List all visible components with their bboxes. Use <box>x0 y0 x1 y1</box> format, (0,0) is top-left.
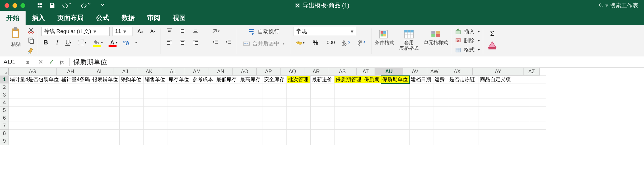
row-header[interactable]: 6 <box>0 114 9 122</box>
percent-button[interactable]: % <box>309 38 322 47</box>
cell[interactable] <box>120 91 144 99</box>
cell[interactable] <box>60 99 91 107</box>
cell[interactable] <box>363 130 381 137</box>
cell[interactable] <box>530 130 546 137</box>
delete-cells-button[interactable]: 删除▾ <box>455 37 480 44</box>
cell[interactable] <box>410 114 433 122</box>
cell[interactable] <box>448 137 479 145</box>
cell[interactable]: 最高库存 <box>239 76 263 83</box>
qat-customize-icon[interactable] <box>100 2 107 9</box>
cell[interactable] <box>363 114 381 122</box>
cell[interactable] <box>9 99 60 107</box>
decrease-font-button[interactable]: A▾ <box>148 27 157 36</box>
cell[interactable] <box>91 114 120 122</box>
cell[interactable] <box>410 107 433 114</box>
comma-style-button[interactable]: 000 <box>324 38 337 47</box>
cell[interactable] <box>215 107 239 114</box>
align-right-button[interactable] <box>190 38 201 46</box>
cell[interactable] <box>60 137 91 145</box>
cell[interactable] <box>263 99 287 107</box>
row-header[interactable]: 2 <box>0 83 9 91</box>
cell[interactable] <box>448 130 479 137</box>
cell[interactable] <box>287 99 311 107</box>
cell[interactable] <box>91 130 120 137</box>
cell[interactable] <box>144 99 167 107</box>
cell[interactable] <box>311 83 335 91</box>
cell[interactable] <box>410 83 433 91</box>
column-header[interactable]: AH <box>57 68 85 75</box>
cell[interactable] <box>530 91 546 99</box>
maximize-window-button[interactable] <box>20 3 25 8</box>
cell[interactable] <box>433 107 448 114</box>
increase-indent-button[interactable] <box>223 38 234 46</box>
cell[interactable] <box>9 114 60 122</box>
cell[interactable]: 销售单位 <box>144 76 167 83</box>
cell[interactable] <box>479 137 530 145</box>
cell[interactable] <box>448 91 479 99</box>
autosum-button[interactable]: Σ <box>487 29 498 38</box>
cell[interactable] <box>381 114 410 122</box>
cell[interactable] <box>363 107 381 114</box>
cell[interactable] <box>9 107 60 114</box>
undo-button[interactable] <box>62 2 75 9</box>
cell[interactable] <box>215 91 239 99</box>
cell-styles-button[interactable]: 单元格样式 <box>424 28 448 46</box>
cell[interactable] <box>263 130 287 137</box>
cell[interactable] <box>263 83 287 91</box>
cell[interactable]: 安全库存 <box>263 76 287 83</box>
fx-icon[interactable]: fx <box>60 58 64 66</box>
cell[interactable] <box>479 130 530 137</box>
cell[interactable] <box>239 137 263 145</box>
save-icon[interactable] <box>49 2 55 9</box>
cell[interactable] <box>287 130 311 137</box>
cell[interactable] <box>381 122 410 130</box>
cell[interactable] <box>381 137 410 145</box>
cell[interactable] <box>363 91 381 99</box>
decrease-indent-button[interactable] <box>210 38 221 46</box>
cell[interactable] <box>167 99 191 107</box>
cell[interactable] <box>433 99 448 107</box>
cell[interactable] <box>363 83 381 91</box>
cell[interactable] <box>9 137 60 145</box>
cell[interactable]: 最低库存 <box>215 76 239 83</box>
wrap-text-button[interactable]: 自动换行 <box>240 27 287 36</box>
row-header[interactable]: 8 <box>0 130 9 137</box>
column-header[interactable]: AX <box>442 68 473 75</box>
column-header[interactable]: AR <box>304 68 328 75</box>
bold-button[interactable]: B <box>41 38 50 47</box>
cell[interactable] <box>479 114 530 122</box>
column-header[interactable]: AW <box>427 68 442 75</box>
column-header[interactable]: AT <box>357 68 375 75</box>
tab-page-layout[interactable]: 页面布局 <box>51 11 90 25</box>
clear-button[interactable] <box>487 41 498 50</box>
cell[interactable] <box>239 130 263 137</box>
row-header[interactable]: 7 <box>0 122 9 130</box>
orientation-button[interactable]: ▾ <box>210 27 221 35</box>
close-window-button[interactable] <box>5 3 9 8</box>
enter-formula-button[interactable]: ✓ <box>49 58 54 66</box>
cell[interactable] <box>311 130 335 137</box>
cell[interactable] <box>263 114 287 122</box>
cell[interactable] <box>239 122 263 130</box>
cell[interactable] <box>191 122 215 130</box>
cell[interactable] <box>381 83 410 91</box>
format-painter-button[interactable] <box>27 47 35 55</box>
cell[interactable] <box>60 114 91 122</box>
cell[interactable] <box>144 107 167 114</box>
cell[interactable] <box>448 107 479 114</box>
align-middle-button[interactable] <box>177 27 188 35</box>
cell[interactable]: 运费 <box>433 76 448 83</box>
cell[interactable] <box>479 122 530 130</box>
cell[interactable] <box>9 122 60 130</box>
row-header[interactable]: 5 <box>0 107 9 114</box>
cell[interactable] <box>263 107 287 114</box>
cell[interactable] <box>263 122 287 130</box>
cell[interactable] <box>363 99 381 107</box>
cell[interactable] <box>120 83 144 91</box>
cell[interactable] <box>410 130 433 137</box>
cell[interactable] <box>335 107 363 114</box>
cell[interactable]: 最新进价 <box>311 76 335 83</box>
select-all-corner[interactable] <box>0 68 9 75</box>
paste-button[interactable] <box>10 27 22 40</box>
cell[interactable] <box>120 114 144 122</box>
